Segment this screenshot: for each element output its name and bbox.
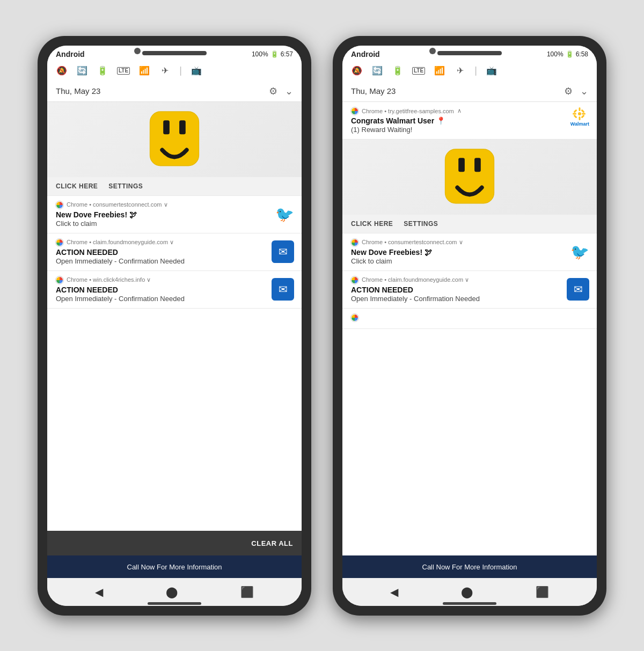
date-2: Thu, May 23 [351,86,396,96]
walmart-notification-2[interactable]: Chrome • try.getitfree-samples.com ∧ Con… [342,102,597,140]
svg-point-3 [578,112,581,115]
home-button-2[interactable]: ⬤ [461,586,473,598]
cast-icon-1: 📺 [191,65,202,77]
notif-icons-bar-1: 🔕 🔄 🔋 LTE 📶 ✈ | 📺 [47,62,302,81]
lte-badge-2: LTE [412,67,425,75]
notif-source-2-3 [351,314,588,321]
svg-rect-6 [573,113,576,114]
gear-icon-2[interactable]: ⚙ [564,85,573,97]
svg-rect-14 [474,158,481,172]
date-row-2: Thu, May 23 ⚙ ⌄ [342,81,597,102]
date-1: Thu, May 23 [56,86,100,96]
settings-button-1[interactable]: SETTINGS [108,182,143,190]
notif-title-2-2: ACTION NEEDED [351,286,588,294]
svg-rect-13 [458,158,465,172]
date-icons-2: ⚙ ⌄ [564,85,588,97]
chrome-icon-walmart [351,107,358,115]
notif-item-2-1[interactable]: Chrome • consumertestconnect.com ∨ New D… [342,233,597,271]
bottom-bar-2 [443,602,496,605]
notif-source-1-1: Chrome • consumertestconnect.com ∨ [56,201,293,209]
chevron-down-icon-1[interactable]: ⌄ [285,85,293,97]
clear-all-bar-1: CLEAR ALL [47,531,302,555]
dnd-icon-1: 🔕 [56,65,68,77]
notif-item-1-2[interactable]: Chrome • claim.foundmoneyguide.com ∨ ACT… [47,233,302,271]
smiley-image-2 [342,140,597,215]
smiley-image-1 [47,102,302,177]
smiley-actions-1: CLICK HERE SETTINGS [47,177,302,195]
recents-button-2[interactable]: ⬛ [536,586,549,598]
envelope-icon-1-3: ✉ [272,278,294,301]
chrome-icon-2-1 [351,239,358,246]
walmart-spark-icon [572,106,588,121]
gear-icon-1[interactable]: ⚙ [269,85,277,97]
notif-item-2-2[interactable]: Chrome • claim.foundmoneyguide.com ∨ ACT… [342,271,597,309]
notif-source-2-2: Chrome • claim.foundmoneyguide.com ∨ [351,276,588,284]
clear-all-button-1[interactable]: CLEAR ALL [251,539,293,547]
notif-body-1-2: Open Immediately - Confirmation Needed [56,257,293,265]
cast-icon-2: 📺 [486,65,497,77]
notif-title-1-1: New Dove Freebies! 🕊 [56,210,293,219]
notif-source-text-1-3: Chrome • win.click4riches.info ∨ [67,276,151,283]
chrome-icon-1-1 [56,201,63,209]
chevron-down-icon-2[interactable]: ⌄ [580,85,588,97]
notif-source-1-3: Chrome • win.click4riches.info ∨ [56,276,293,284]
svg-rect-4 [579,107,581,111]
phone-2: Android 100% 🔋 6:58 🔕 🔄 🔋 LTE 📶 ✈ | 📺 [333,36,606,616]
phone-2-inner: Android 100% 🔋 6:58 🔕 🔄 🔋 LTE 📶 ✈ | 📺 [342,46,597,606]
call-now-banner-2: Call Now For More Information [342,555,597,578]
lte-badge-1: LTE [117,67,130,75]
walmart-label: Walmart [570,121,589,127]
notif-body-2-1: Click to claim [351,257,588,265]
smiley-actions-2: CLICK HERE SETTINGS [342,215,597,233]
phone-1: Android 100% 🔋 6:57 🔕 🔄 🔋 LTE 📶 ✈ | 📺 [38,36,311,616]
smiley-notification-2: CLICK HERE SETTINGS [342,140,597,233]
smiley-notification-1: CLICK HERE SETTINGS [47,102,302,196]
speaker-1 [142,51,207,55]
rotate-icon-1: 🔄 [76,65,88,77]
battery-icon-1: 🔋 [270,50,279,58]
notif-item-2-3[interactable] [342,309,597,329]
settings-button-2[interactable]: SETTINGS [404,220,438,228]
svg-rect-9 [581,109,585,113]
airplane-icon-2: ✈ [454,65,466,77]
notif-source-1-2: Chrome • claim.foundmoneyguide.com ∨ [56,239,293,246]
call-now-text-2: Call Now For More Information [422,563,517,571]
airplane-icon-1: ✈ [159,65,171,77]
phone-1-inner: Android 100% 🔋 6:57 🔕 🔄 🔋 LTE 📶 ✈ | 📺 [47,46,302,606]
speaker-2 [437,51,502,55]
spacer-1 [47,309,302,531]
dnd-icon-2: 🔕 [351,65,363,77]
click-here-button-1[interactable]: CLICK HERE [56,182,98,190]
call-now-banner-1: Call Now For More Information [47,555,302,578]
back-button-1[interactable]: ◀ [95,586,103,598]
notif-item-1-3[interactable]: Chrome • win.click4riches.info ∨ ACTION … [47,271,302,309]
recents-button-1[interactable]: ⬛ [240,586,254,598]
svg-rect-7 [582,113,586,114]
bottom-bar-1 [148,602,201,605]
carrier-2: Android [351,50,380,58]
carrier-1: Android [56,50,85,58]
notif-body-walmart: (1) Reward Waiting! [351,126,588,134]
back-button-2[interactable]: ◀ [390,586,398,598]
notif-source-text-1-1: Chrome • consumertestconnect.com ∨ [67,201,168,208]
notif-body-1-1: Click to claim [56,220,293,228]
click-here-button-2[interactable]: CLICK HERE [351,220,393,228]
status-right-2: 100% 🔋 6:58 [547,50,588,58]
home-button-1[interactable]: ⬤ [166,586,178,598]
chrome-icon-1-3 [56,276,63,284]
svg-rect-1 [163,120,170,134]
battery-percent-2: 100% [547,50,564,58]
dove-icon-2: 🐦 [570,243,589,261]
chrome-icon-2-3 [351,314,358,321]
envelope-icon-1-2: ✉ [272,240,294,263]
notif-title-1-2: ACTION NEEDED [56,248,293,257]
notif-item-1-1[interactable]: Chrome • consumertestconnect.com ∨ New D… [47,196,302,233]
battery-icon-2: 🔋 [566,50,574,58]
svg-rect-2 [179,120,186,134]
notif-title-1-3: ACTION NEEDED [56,286,293,294]
svg-rect-11 [581,114,585,118]
svg-rect-10 [574,114,577,118]
call-now-text-1: Call Now For More Information [127,563,222,571]
notif-body-1-3: Open Immediately - Confirmation Needed [56,295,293,303]
envelope-icon-2-2: ✉ [567,278,589,301]
